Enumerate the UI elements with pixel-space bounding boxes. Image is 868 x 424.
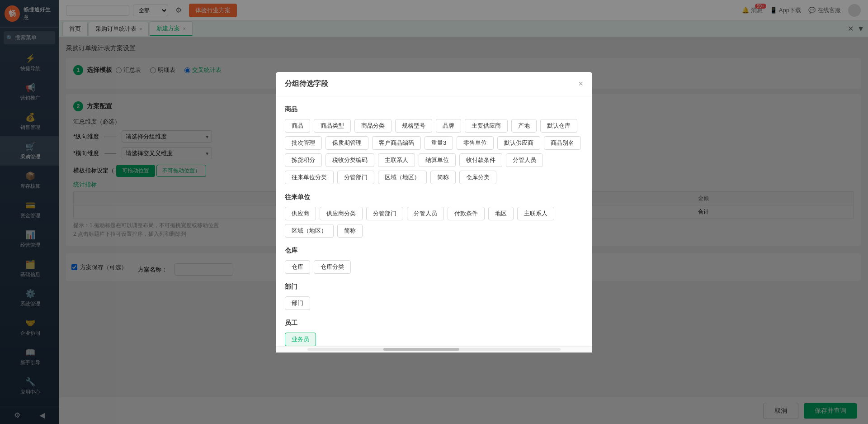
field-tag-alias[interactable]: 商品别名 [544, 136, 581, 150]
field-tag-batch-mgmt[interactable]: 批次管理 [285, 136, 322, 150]
field-tag-goods-type[interactable]: 商品类型 [314, 119, 351, 133]
modal-header: 分组待选字段 × [276, 72, 592, 96]
field-tag-main-supplier[interactable]: 主要供应商 [465, 119, 508, 133]
field-tag-wh-cat[interactable]: 仓库分类 [314, 260, 351, 274]
field-tag-pick-points[interactable]: 拣货积分 [285, 153, 322, 167]
field-tag-short-name[interactable]: 简称 [430, 171, 456, 184]
partner-field-tags: 供应商 供应商分类 分管部门 分管人员 付款条件 地区 主联系人 区域（地区） … [285, 207, 583, 238]
field-tag-payment-terms[interactable]: 收付款条件 [459, 153, 502, 167]
field-tag-origin[interactable]: 产地 [511, 119, 537, 133]
field-tag-warehouse-cat[interactable]: 仓库分类 [459, 171, 496, 184]
warehouse-section: 仓库 仓库 仓库分类 [285, 247, 583, 274]
field-tag-default-supplier[interactable]: 默认供应商 [497, 136, 540, 150]
field-tag-settle-unit[interactable]: 结算单位 [419, 153, 456, 167]
field-tag-customer-code[interactable]: 客户商品编码 [372, 136, 421, 150]
employee-section-title: 员工 [285, 319, 583, 327]
modal-overlay: 分组待选字段 × 商品 商品 商品类型 商品分类 规格型号 品牌 主要供应商 产… [0, 0, 868, 424]
warehouse-section-title: 仓库 [285, 247, 583, 255]
department-field-tags: 部门 [285, 296, 583, 310]
field-tag-main-contact[interactable]: 主联系人 [378, 153, 415, 167]
field-tag-retail-unit[interactable]: 零售单位 [457, 136, 494, 150]
field-tag-warehouse[interactable]: 仓库 [285, 260, 310, 274]
goods-field-tags: 商品 商品类型 商品分类 规格型号 品牌 主要供应商 产地 默认仓库 批次管理 … [285, 119, 583, 184]
field-tag-supplier[interactable]: 供应商 [285, 207, 316, 220]
goods-section: 商品 商品 商品类型 商品分类 规格型号 品牌 主要供应商 产地 默认仓库 批次… [285, 105, 583, 184]
partner-section: 往来单位 供应商 供应商分类 分管部门 分管人员 付款条件 地区 主联系人 区域… [285, 193, 583, 238]
warehouse-field-tags: 仓库 仓库分类 [285, 260, 583, 274]
horizontal-scroll-thumb[interactable] [383, 348, 459, 351]
field-tag-tax-code[interactable]: 税收分类编码 [326, 153, 374, 167]
modal-title: 分组待选字段 [285, 79, 328, 89]
employee-field-tags: 业务员 [285, 333, 583, 346]
field-tag-spec-model[interactable]: 规格型号 [395, 119, 432, 133]
field-tag-goods[interactable]: 商品 [285, 119, 310, 133]
field-tag-partner-short[interactable]: 简称 [337, 224, 363, 238]
field-tag-department[interactable]: 部门 [285, 296, 310, 310]
field-tag-partner-dept[interactable]: 分管部门 [366, 207, 403, 220]
field-tag-area[interactable]: 地区 [488, 207, 514, 220]
modal-dialog: 分组待选字段 × 商品 商品 商品类型 商品分类 规格型号 品牌 主要供应商 产… [276, 72, 592, 353]
department-section: 部门 部门 [285, 283, 583, 310]
field-tag-goods-cat[interactable]: 商品分类 [354, 119, 392, 133]
partner-section-title: 往来单位 [285, 193, 583, 201]
field-tag-manager[interactable]: 分管人员 [506, 153, 543, 167]
field-tag-default-warehouse[interactable]: 默认仓库 [540, 119, 577, 133]
modal-body: 商品 商品 商品类型 商品分类 规格型号 品牌 主要供应商 产地 默认仓库 批次… [276, 96, 592, 346]
field-tag-partner-cat[interactable]: 往来单位分类 [285, 171, 334, 184]
field-tag-partner-mgr[interactable]: 分管人员 [407, 207, 444, 220]
modal-close-button[interactable]: × [578, 79, 583, 89]
employee-section: 员工 业务员 [285, 319, 583, 346]
field-tag-dept[interactable]: 分管部门 [337, 171, 374, 184]
field-tag-partner-contact[interactable]: 主联系人 [517, 207, 554, 220]
goods-section-title: 商品 [285, 105, 583, 114]
field-tag-partner-region[interactable]: 区域（地区） [285, 224, 334, 238]
field-tag-brand[interactable]: 品牌 [436, 119, 461, 133]
modal-horizontal-scrollbar[interactable] [276, 346, 592, 353]
field-tag-supplier-cat[interactable]: 供应商分类 [320, 207, 363, 220]
field-tag-region[interactable]: 区域（地区） [378, 171, 427, 184]
horizontal-scroll-track [307, 348, 561, 351]
field-tag-pay-terms[interactable]: 付款条件 [448, 207, 485, 220]
field-tag-salesperson[interactable]: 业务员 [285, 333, 316, 346]
field-tag-expiry-mgmt[interactable]: 保质期管理 [326, 136, 368, 150]
field-tag-weight3[interactable]: 重量3 [425, 136, 453, 150]
department-section-title: 部门 [285, 283, 583, 291]
